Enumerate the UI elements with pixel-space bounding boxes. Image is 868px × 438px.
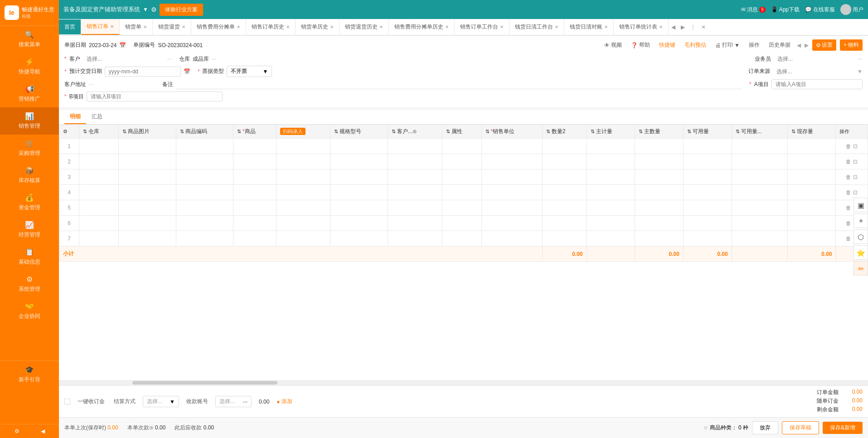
delete-icon[interactable]: 🗑 [846, 205, 851, 211]
tab-summary[interactable]: 汇总 [86, 110, 108, 124]
tab-sales-order[interactable]: 销售订单 ✕ [81, 19, 120, 35]
app-download-item[interactable]: 📱 App下载 [771, 6, 800, 14]
tab-close-all-icon[interactable]: ✕ [698, 24, 708, 30]
add-material-btn[interactable]: + 物料 [840, 39, 863, 51]
tab-prev-icon[interactable]: ◀ [669, 24, 678, 30]
help-btn[interactable]: ❓ 帮助 [628, 40, 653, 50]
user-item[interactable]: 用户 [840, 4, 863, 15]
account-select[interactable]: 选择... ··· [215, 396, 252, 407]
customer-input[interactable] [83, 54, 165, 63]
copy-icon[interactable]: ⊡ [853, 174, 858, 180]
th-main-qty[interactable]: ⇅ 主数量 [635, 125, 684, 139]
sidebar-item-sales[interactable]: 📊 销售管理 [0, 107, 59, 135]
save-new-button[interactable]: 保存&新增 [823, 422, 863, 434]
th-main-unit[interactable]: ⇅ 主计量 [587, 125, 635, 139]
tab-close-return-history[interactable]: ✕ [379, 24, 383, 29]
message-item[interactable]: ✉ 消息 9 [741, 6, 766, 14]
th-settings[interactable]: ⚙ [59, 125, 79, 139]
sidebar-item-finance[interactable]: 💰 资金管理 [0, 189, 59, 216]
customer-more-icon[interactable]: ··· [167, 56, 172, 62]
nav-prev-icon[interactable]: ◀ [797, 42, 801, 48]
tab-close-order-history[interactable]: ✕ [286, 24, 290, 29]
delete-icon[interactable]: 🗑 [846, 143, 851, 149]
tab-close-sales-order[interactable]: ✕ [110, 24, 114, 29]
right-btn-3[interactable]: ⬡ [853, 230, 868, 244]
warehouse-more-icon[interactable]: ··· [212, 56, 216, 62]
tab-close-order-workbench[interactable]: ✕ [500, 24, 504, 29]
tab-close-cash-workbench[interactable]: ✕ [555, 24, 558, 29]
right-btn-4[interactable]: ⭐ [853, 245, 868, 260]
scrollbar[interactable] [59, 380, 868, 385]
single-date-value[interactable]: 2023-03-24 [89, 42, 116, 48]
tab-cash-reconcile[interactable]: 钱货日清对账 ✕ [564, 19, 614, 34]
delete-icon[interactable]: 🗑 [846, 189, 851, 196]
th-img[interactable]: ⇅ 商品图片 [119, 125, 176, 139]
tab-home[interactable]: 首页 [59, 19, 81, 34]
tab-goods-history[interactable]: 销货单历史 ✕ [296, 19, 339, 34]
copy-icon[interactable]: ⊡ [853, 159, 858, 165]
sidebar-item-purchase[interactable]: 🛒 采购管理 [0, 135, 59, 162]
sidebar-item-system[interactable]: ⚙ 系统管理 [0, 270, 59, 298]
order-source-input[interactable] [773, 67, 854, 76]
sidebar-item-inventory[interactable]: 📦 库存核算 [0, 162, 59, 189]
sidebar-item-management[interactable]: 📈 经营管理 [0, 216, 59, 243]
th-code[interactable]: ⇅ 商品编码 [176, 125, 233, 139]
discard-button[interactable]: 放弃 [752, 421, 778, 434]
right-btn-2[interactable]: ⌖ [853, 214, 868, 228]
delete-icon[interactable]: 🗑 [846, 159, 851, 165]
tab-cash-workbench[interactable]: 钱货日清工作台 ✕ [509, 19, 564, 34]
tab-close-goods-history[interactable]: ✕ [330, 24, 334, 29]
sidebar-item-enterprise[interactable]: 🤝 企业协同 [0, 298, 59, 325]
tab-close-sales-return[interactable]: ✕ [182, 24, 185, 29]
sidebar-settings-icon[interactable]: ⚙ [15, 428, 19, 434]
delete-icon[interactable]: 🗑 [846, 174, 851, 180]
tab-order-stats[interactable]: 销售订单统计表 ✕ [614, 19, 669, 34]
b-project-input[interactable] [87, 91, 223, 101]
profit-btn[interactable]: 毛利预估 [682, 40, 709, 50]
sidebar-collapse-icon[interactable]: ◀ [41, 428, 45, 434]
th-attr[interactable]: ⇅ 属性 [442, 125, 481, 139]
tab-close-fee-history[interactable]: ✕ [445, 24, 449, 29]
tab-detail[interactable]: 明细 [64, 110, 86, 124]
th-stock[interactable]: ⇅ 现存量 [787, 125, 836, 139]
solution-button[interactable]: 体验行业方案 [160, 4, 203, 16]
operate-btn[interactable]: 操作 [746, 40, 762, 50]
th-warehouse[interactable]: ⇅ 仓库 [79, 125, 119, 139]
th-available[interactable]: ⇅ 可用量 [683, 125, 732, 139]
tab-next-icon[interactable]: ▶ [678, 24, 688, 30]
th-customer-code[interactable]: ⇅ 客户...⊙ [388, 125, 442, 139]
th-available2[interactable]: ⇅ 可用量... [732, 125, 787, 139]
settings-btn[interactable]: ⚙ 设置 [812, 39, 836, 51]
sidebar-item-nav[interactable]: ⚡ 快捷导航 [0, 53, 59, 80]
salesman-more-icon[interactable]: ··· [858, 56, 863, 62]
tab-more-icon[interactable]: ⋮ [688, 24, 698, 30]
print-btn[interactable]: 🖨 打印 ▼ [713, 40, 742, 50]
tab-order-history[interactable]: 销售订单历史 ✕ [246, 19, 296, 34]
warehouse-value[interactable]: 成品库 [193, 55, 209, 63]
tab-close-sales-fee[interactable]: ✕ [237, 24, 240, 29]
th-unit[interactable]: ⇅ *销售单位 [481, 125, 542, 139]
system-dropdown-icon[interactable]: ▼ [143, 6, 148, 13]
history-btn[interactable]: 历史单据 [766, 40, 793, 50]
product-type-icon[interactable]: ⊙ [703, 424, 708, 431]
invoice-type-select[interactable]: 不开票 ▼ [227, 66, 272, 77]
sidebar-item-basic[interactable]: 📋 基础信息 [0, 243, 59, 270]
salesman-input[interactable] [774, 54, 855, 63]
tab-order-workbench[interactable]: 销售订单工作台 ✕ [455, 19, 509, 34]
scan-btn[interactable]: 扫码录入 [280, 128, 305, 135]
addr-more-icon[interactable]: ··· [89, 81, 93, 87]
delete-icon[interactable]: 🗑 [846, 236, 851, 242]
one-key-checkbox[interactable] [64, 399, 70, 404]
copy-icon[interactable]: ⊡ [853, 189, 858, 196]
sidebar-item-guide[interactable]: 🎓 新手引导 [0, 361, 59, 388]
payment-select[interactable]: 选择... ▼ [143, 396, 179, 407]
th-qty2[interactable]: ⇅ 数量2 [542, 125, 587, 139]
add-payment-btn[interactable]: ● 添加 [276, 398, 292, 405]
th-product[interactable]: ⇅ *商品 [233, 125, 276, 139]
delete-icon[interactable]: 🗑 [846, 220, 851, 226]
th-spec[interactable]: ⇅ 规格型号 [330, 125, 388, 139]
right-btn-5[interactable]: ✏ [853, 261, 868, 276]
sidebar-item-marketing[interactable]: 📢 营销推广 [0, 80, 59, 107]
online-service-item[interactable]: 💬 在线客服 [805, 6, 835, 14]
tab-close-cash-reconcile[interactable]: ✕ [604, 24, 608, 29]
